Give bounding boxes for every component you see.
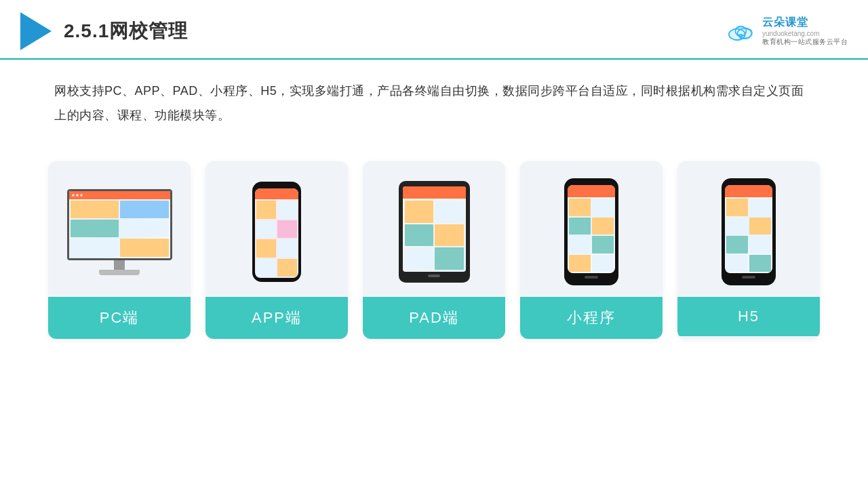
logo-text: 云朵课堂 yunduoketang.com 教育机构一站式服务云平台 (762, 16, 848, 47)
page-header: 2.5.1网校管理 云朵课堂 yund (0, 0, 868, 60)
phone-screen-1 (568, 185, 615, 273)
card-pc-label: PC端 (48, 297, 191, 339)
card-app-image (205, 161, 348, 297)
card-pad-label: PAD端 (363, 297, 505, 339)
logo-url-text: yunduoketang.com (762, 30, 820, 37)
cloud-icon (726, 19, 758, 43)
phone-screen-2 (725, 185, 772, 273)
tablet-illustration (399, 181, 470, 283)
tablet-body (399, 181, 470, 283)
monitor-illustration (67, 189, 172, 275)
phone-notch-2 (739, 178, 758, 182)
tablet-screen (403, 186, 466, 272)
card-pad: PAD端 (363, 161, 505, 339)
header-left: 2.5.1网校管理 (20, 12, 188, 50)
phone-screen (255, 188, 298, 278)
phone-illustration-1 (564, 178, 618, 285)
phone-home-btn-1 (585, 276, 598, 279)
card-pc: PC端 (48, 161, 191, 339)
card-miniprogram-label: 小程序 (520, 297, 663, 339)
tablet-button (428, 274, 440, 277)
card-pc-image (48, 161, 191, 297)
phone-illustration-2 (722, 178, 776, 285)
brand-logo: 云朵课堂 yunduoketang.com 教育机构一站式服务云平台 (726, 16, 848, 47)
card-app-label: APP端 (205, 297, 348, 339)
card-h5-label: H5 (677, 297, 820, 336)
phone-small-illustration (252, 182, 301, 282)
logo-main-text: 云朵课堂 (762, 16, 808, 30)
card-miniprogram: 小程序 (520, 161, 663, 339)
cards-container: PC端 (0, 141, 868, 352)
phone-notch (269, 182, 285, 185)
card-h5-image (677, 161, 820, 297)
logo-tagline-text: 教育机构一站式服务云平台 (762, 37, 848, 47)
page-title: 2.5.1网校管理 (64, 18, 188, 44)
header-right: 云朵课堂 yunduoketang.com 教育机构一站式服务云平台 (726, 16, 848, 47)
monitor-screen (67, 189, 172, 260)
card-h5: H5 (677, 161, 820, 339)
logo-triangle-icon (20, 12, 52, 50)
phone-body-1 (564, 178, 618, 285)
phone-body-2 (722, 178, 776, 285)
card-pad-image (363, 161, 505, 297)
card-miniprogram-image (520, 161, 663, 297)
svg-point-9 (740, 37, 741, 39)
phone-home-btn-2 (742, 276, 755, 279)
phone-notch-1 (582, 178, 601, 182)
card-app: APP端 (205, 161, 348, 339)
description-text: 网校支持PC、APP、PAD、小程序、H5，实现多端打通，产品各终端自由切换，数… (0, 60, 868, 134)
